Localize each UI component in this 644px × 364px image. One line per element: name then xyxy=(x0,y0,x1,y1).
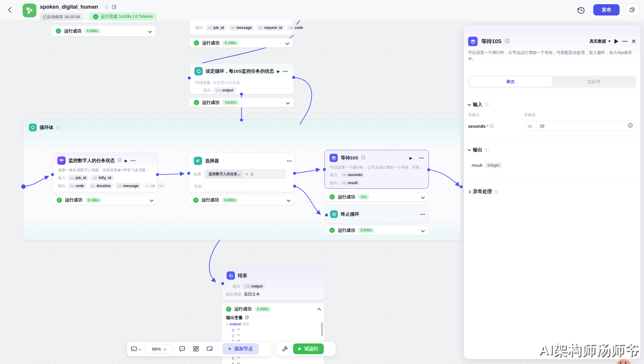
node-loop-setup[interactable]: 设定循环，每10S监控任务的状态 ▶ ⋯ 中间变量 未配置中间变量 输出 [st… xyxy=(189,63,294,94)
history-icon[interactable] xyxy=(577,6,586,15)
wrench-icon[interactable] xyxy=(280,344,290,354)
duration-badge: 0.000s xyxy=(255,307,271,312)
loop-icon xyxy=(194,67,203,75)
chevron-down-icon[interactable] xyxy=(150,198,154,202)
condition-operator[interactable]: = xyxy=(246,172,248,176)
chevron-down-icon[interactable] xyxy=(287,198,291,202)
panel-play-button[interactable] xyxy=(614,39,618,44)
condition-right-operand[interactable]: 2 xyxy=(251,172,253,176)
copy-icon[interactable] xyxy=(245,315,249,321)
chevron-down-icon[interactable] xyxy=(421,195,425,199)
run-status-bar[interactable]: ✓ 运行成功 0.000s xyxy=(189,195,295,205)
port[interactable] xyxy=(292,76,295,79)
port[interactable] xyxy=(187,172,190,175)
port[interactable] xyxy=(240,119,243,122)
close-icon[interactable]: ✕ xyxy=(631,38,636,45)
port[interactable] xyxy=(293,185,296,188)
add-node-button[interactable]: + 添加节点 xyxy=(222,343,259,354)
more-icon[interactable]: ⋯ xyxy=(283,69,288,74)
comment-icon[interactable] xyxy=(177,344,187,354)
success-check-icon: ✓ xyxy=(193,197,199,203)
chevron-down-icon[interactable] xyxy=(148,29,152,33)
chevron-down-icon[interactable] xyxy=(467,148,471,151)
port[interactable] xyxy=(188,77,191,80)
node-title: 监控数字人的任务状态 xyxy=(69,158,115,164)
chevron-down-icon[interactable] xyxy=(285,41,289,45)
type-prefix[interactable]: int. xyxy=(524,121,537,131)
port[interactable] xyxy=(221,282,224,285)
more-icon[interactable]: ⋯ xyxy=(287,158,292,164)
zoom-level-dropdown[interactable]: 68% xyxy=(144,344,174,354)
chevron-down-icon[interactable] xyxy=(467,102,471,106)
run-status-bar[interactable]: ✓ 运行成功 1m32s xyxy=(189,98,294,107)
node-selector[interactable]: IF 选择器 ⋯ 如果 监控数字人的任务... = 2 否则 xyxy=(189,153,295,192)
more-icon[interactable]: ⋯ xyxy=(131,158,136,164)
tab-single[interactable]: 单次 xyxy=(469,77,552,87)
tree-root[interactable]: output xyxy=(229,322,241,326)
edit-icon[interactable] xyxy=(112,4,117,10)
run-status-bar[interactable]: ✓ 运行成功 0.166s xyxy=(189,38,293,48)
exception-section-header[interactable]: 异常处理 ⓘ xyxy=(468,189,498,195)
scrollbar-thumb[interactable] xyxy=(321,322,323,337)
output-chip: int.code xyxy=(287,25,305,31)
node-wait-selected[interactable]: 等待10S ▶ ⋯ 可以设置一个倒计时，让节点运行增加一个等待，可搭配异步...… xyxy=(324,150,429,189)
duplicate-window-icon[interactable] xyxy=(626,4,639,16)
condition-left-operand[interactable]: 监控数字人的任务... xyxy=(206,170,243,178)
node-title: 终止循环 xyxy=(341,211,359,217)
tree-chevron-icon[interactable]: ∨ xyxy=(226,323,228,326)
port[interactable] xyxy=(325,214,328,217)
chevron-down-icon[interactable] xyxy=(421,228,425,232)
run-status-bar[interactable]: ✓ 运行成功 0.000s xyxy=(325,225,429,235)
layout-grid-icon[interactable] xyxy=(191,344,201,354)
more-icon[interactable]: ⋯ xyxy=(419,155,424,161)
port[interactable] xyxy=(427,168,430,171)
port[interactable] xyxy=(293,172,296,175)
port[interactable] xyxy=(460,185,463,188)
status-text: 运行成功 xyxy=(64,28,81,34)
output-chip: int.duration xyxy=(89,183,113,189)
play-icon[interactable]: ▶ xyxy=(125,158,128,163)
else-branch-box[interactable] xyxy=(204,182,286,191)
chevron-right-icon[interactable] xyxy=(467,190,471,193)
publish-button[interactable]: 发布 xyxy=(593,4,620,15)
port[interactable] xyxy=(323,168,326,171)
select-pointer-icon[interactable] xyxy=(205,344,215,354)
node-monitor[interactable]: 监控数字人的任务状态 ▶ ⋯ 免费一键生成数字人视频，高保真形象+声音飞速克隆。… xyxy=(52,153,157,192)
input-section-header[interactable]: 输入 ⓘ xyxy=(468,102,489,108)
screen-mode-icon[interactable] xyxy=(131,344,141,354)
divider xyxy=(464,94,640,95)
condition-box[interactable]: 监控数字人的任务... = 2 xyxy=(204,169,286,179)
play-icon[interactable]: ▶ xyxy=(409,156,412,160)
tab-batch[interactable]: 批处理 xyxy=(552,77,635,87)
port[interactable] xyxy=(156,173,159,176)
port[interactable] xyxy=(51,173,54,176)
settings-hexagon-icon[interactable] xyxy=(628,123,633,129)
more-chips-icon[interactable]: ⋯ xyxy=(157,183,165,189)
back-button[interactable] xyxy=(8,7,14,13)
output-section-header[interactable]: 输出 ⓘ xyxy=(468,147,489,153)
section-title: 输出 xyxy=(473,147,482,153)
seconds-value-input[interactable]: int. 10 xyxy=(524,121,636,131)
run-status-bar[interactable]: ✓ 运行成功 0.000s xyxy=(51,26,156,36)
output-chip: str.message xyxy=(229,25,254,31)
port[interactable] xyxy=(21,184,26,189)
more-icon[interactable]: ⋯ xyxy=(622,38,628,45)
var-name-seconds: seconds* ⓘ xyxy=(468,124,494,129)
output-chip: [str]output xyxy=(243,283,265,289)
section-title: 输入 xyxy=(473,102,482,108)
node-end[interactable]: 结束 输出 [str]output 输出类型 返回文本 xyxy=(222,267,324,300)
play-icon[interactable]: ▶ xyxy=(277,69,280,74)
node-break-loop[interactable]: 终止循环 ⋯ xyxy=(325,205,429,224)
info-icon[interactable]: ⓘ xyxy=(105,5,109,10)
more-icon[interactable]: ⋯ xyxy=(420,211,425,217)
port[interactable] xyxy=(240,93,243,96)
test-run-button[interactable]: 试运行 xyxy=(293,343,324,354)
seconds-value[interactable]: 10 xyxy=(537,124,628,128)
link-icon xyxy=(361,155,365,161)
panel-node-description: 可以设置一个倒计时，让节点运行增加一个等待，可搭配异步处理，加入循环，加入htt… xyxy=(468,50,636,62)
data-mode-dropdown[interactable]: 真实数据 xyxy=(589,39,611,44)
chevron-down-icon[interactable] xyxy=(286,101,290,105)
chevron-up-icon[interactable] xyxy=(317,308,321,312)
run-status-bar[interactable]: ✓ 运行成功 10s xyxy=(325,192,429,202)
run-status-bar[interactable]: ✓ 运行成功 0.166s xyxy=(52,195,157,205)
